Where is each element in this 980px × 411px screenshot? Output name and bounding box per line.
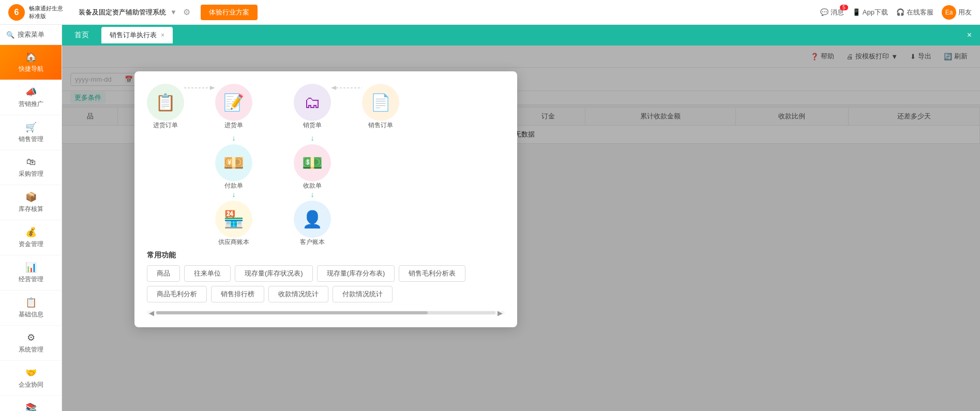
sidebar-icon-marketing: 📣 — [25, 86, 37, 98]
sidebar: 🔍 搜索菜单 🏠快捷导航📣营销推广🛒销售管理🛍采购管理📦库存核算💰资金管理📊经营… — [0, 25, 62, 411]
tab-close-icon[interactable]: × — [161, 32, 164, 39]
supplier-ledger-circle[interactable]: 🏪 — [215, 201, 252, 238]
app-logo-text: 畅康通好生意 标准版 — [29, 5, 63, 20]
sidebar-label-operations: 经营管理 — [19, 275, 43, 284]
sidebar-label-marketing: 营销推广 — [19, 100, 43, 109]
scrollbar-thumb — [156, 311, 428, 314]
app-logo-icon: 6 — [8, 4, 25, 21]
func-button[interactable]: 现存量(库存分布表) — [317, 265, 395, 282]
search-icon: 🔍 — [6, 31, 14, 39]
flow-node-customer-col: ↓ 👤 客户账本 — [294, 190, 331, 247]
avatar: Ea — [942, 5, 956, 20]
flow-node-sales-bill[interactable]: 🗂 销货单 — [294, 84, 331, 130]
sidebar-label-inventory: 库存核算 — [19, 205, 43, 214]
arrow1 — [184, 84, 215, 102]
sales-order-circle: 📄 — [362, 84, 399, 121]
trial-button[interactable]: 体验行业方案 — [201, 5, 258, 20]
sidebar-item-quick-nav[interactable]: 🏠快捷导航 — [0, 45, 62, 80]
customer-ledger-label: 客户账本 — [300, 238, 325, 247]
customer-ledger-circle[interactable]: 👤 — [294, 201, 331, 238]
tab-home[interactable]: 首页 — [64, 25, 99, 45]
func-button[interactable]: 商品毛利分析 — [147, 286, 207, 302]
top-actions: 💬 消息 5 📱 App下载 🎧 在线客服 Ea 用友 — [820, 5, 972, 20]
sidebar-label-quick-nav: 快捷导航 — [19, 65, 43, 73]
online-service-action[interactable]: 🎧 在线客服 — [896, 8, 933, 17]
purchase-bill-label: 进货单 — [224, 121, 243, 130]
receipt-bill-circle[interactable]: 💵 — [294, 144, 331, 181]
system-dropdown-icon[interactable]: ▼ — [170, 8, 177, 16]
sidebar-icon-basic-info: 📋 — [25, 297, 37, 308]
sidebar-icon-quick-nav: 🏠 — [25, 51, 37, 63]
sidebar-item-finance[interactable]: 💰资金管理 — [0, 220, 62, 255]
sidebar-item-marketing[interactable]: 📣营销推广 — [0, 80, 62, 115]
sidebar-item-sales[interactable]: 🛒销售管理 — [0, 115, 62, 150]
scrollbar-track — [156, 311, 495, 314]
sidebar-label-system: 系统管理 — [19, 345, 43, 354]
tab-close-main-icon[interactable]: × — [961, 31, 978, 40]
logo-area: 6 畅康通好生意 标准版 — [8, 4, 70, 21]
common-func-section: 常用功能 商品往来单位现存量(库存状况表)现存量(库存分布表)销售毛利分析表商品… — [147, 251, 505, 302]
func-button[interactable]: 商品 — [147, 265, 180, 282]
modal-overlay: 📋 进货订单 📝 进货单 — [62, 45, 980, 411]
tab-sales-order[interactable]: 销售订单执行表 × — [101, 27, 173, 43]
receipt-bill-label: 收款单 — [303, 181, 322, 190]
down-arrow-supplier: ↓ — [232, 190, 236, 199]
purchase-bill-circle: 📝 — [215, 84, 252, 121]
tab-bar: 首页 销售订单执行表 × × — [62, 25, 980, 45]
flow-node-sales-order[interactable]: 📄 销售订单 — [362, 84, 399, 130]
message-action[interactable]: 💬 消息 5 — [820, 8, 844, 17]
service-icon: 🎧 — [896, 8, 904, 16]
flow-ledger-row: ↓ 🏪 供应商账本 ↓ 👤 客户账本 — [147, 190, 505, 247]
arrow2 — [331, 84, 362, 102]
payment-bill-circle[interactable]: 💴 — [215, 144, 252, 181]
scroll-left-icon[interactable]: ◀ — [147, 309, 156, 317]
payment-bill-label: 付款单 — [224, 181, 243, 190]
sidebar-item-inventory[interactable]: 📦库存核算 — [0, 185, 62, 220]
sidebar-item-enterprise[interactable]: 🤝企业协同 — [0, 361, 62, 396]
message-icon: 💬 — [820, 8, 828, 16]
down-arrow-receipt: ↓ — [311, 134, 314, 142]
sidebar-icon-operations: 📊 — [25, 262, 37, 273]
sidebar-item-purchase[interactable]: 🛍采购管理 — [0, 150, 62, 185]
svg-marker-3 — [331, 86, 336, 90]
user-action[interactable]: Ea 用友 — [942, 5, 972, 20]
system-title-area: 装备及固定资产辅助管理系统 ▼ ⚙ 体验行业方案 — [79, 5, 820, 20]
purchase-order-circle: 📋 — [147, 84, 184, 121]
modal-scrollbar[interactable]: ◀ ▶ — [147, 311, 505, 315]
func-button[interactable]: 销售毛利分析表 — [399, 265, 465, 282]
func-buttons-container: 商品往来单位现存量(库存状况表)现存量(库存分布表)销售毛利分析表商品毛利分析销… — [147, 265, 505, 302]
func-button[interactable]: 付款情况统计 — [333, 286, 393, 302]
flow-node-supplier-col: ↓ 🏪 供应商账本 — [215, 190, 252, 247]
common-func-title: 常用功能 — [147, 251, 505, 260]
flow-top-row: 📋 进货订单 📝 进货单 — [147, 84, 505, 130]
sidebar-icon-enterprise: 🤝 — [25, 367, 37, 378]
sidebar-icon-guide: 📚 — [25, 402, 37, 411]
func-button[interactable]: 现存量(库存状况表) — [235, 265, 313, 282]
flow-node-purchase-bill[interactable]: 📝 进货单 — [215, 84, 252, 130]
func-button[interactable]: 收款情况统计 — [268, 286, 328, 302]
func-button[interactable]: 销售排行榜 — [211, 286, 264, 302]
sidebar-label-basic-info: 基础信息 — [19, 310, 43, 319]
sidebar-label-finance: 资金管理 — [19, 240, 43, 249]
purchase-order-label: 进货订单 — [153, 121, 178, 130]
sidebar-icon-inventory: 📦 — [25, 191, 37, 203]
sidebar-item-system[interactable]: ⚙系统管理 — [0, 326, 62, 361]
flow-node-purchase-order[interactable]: 📋 进货订单 — [147, 84, 184, 130]
sidebar-item-operations[interactable]: 📊经营管理 — [0, 255, 62, 291]
sidebar-icon-sales: 🛒 — [25, 121, 37, 133]
sidebar-item-guide[interactable]: 📚新手引导 — [0, 396, 62, 411]
func-button[interactable]: 往来单位 — [184, 265, 231, 282]
supplier-ledger-label: 供应商账本 — [218, 238, 249, 247]
scroll-right-icon[interactable]: ▶ — [495, 309, 505, 317]
app-download-action[interactable]: 📱 App下载 — [852, 8, 888, 17]
flow-bottom-row: ↓ 💴 付款单 ↓ 💵 收款单 — [147, 134, 505, 190]
sidebar-label-sales: 销售管理 — [19, 135, 43, 144]
gear-icon[interactable]: ⚙ — [183, 7, 190, 17]
flow-node-payment-col: ↓ 💴 付款单 — [215, 134, 252, 190]
sales-bill-circle: 🗂 — [294, 84, 331, 121]
modal-box: 📋 进货订单 📝 进货单 — [134, 71, 517, 327]
down-arrow-customer: ↓ — [311, 190, 314, 199]
sidebar-item-basic-info[interactable]: 📋基础信息 — [0, 291, 62, 326]
search-menu-item[interactable]: 🔍 搜索菜单 — [0, 25, 62, 45]
sidebar-label-enterprise: 企业协同 — [19, 380, 43, 389]
